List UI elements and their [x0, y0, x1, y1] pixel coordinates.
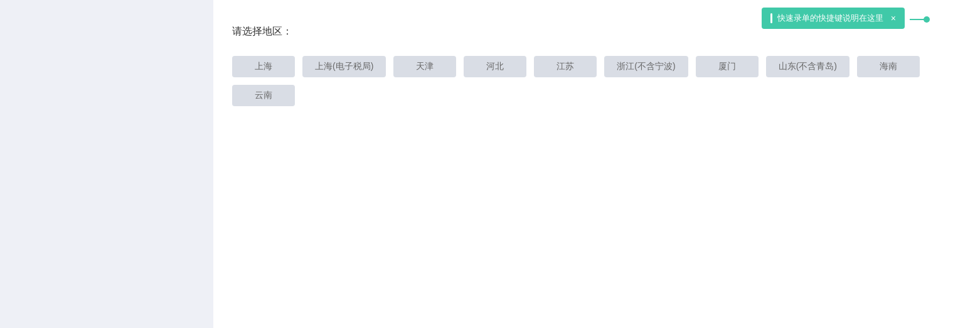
region-button-shanghai-etax[interactable]: 上海(电子税局)	[302, 56, 386, 77]
region-button-shandong[interactable]: 山东(不含青岛)	[766, 56, 850, 77]
tooltip-close-button[interactable]: ×	[891, 14, 896, 23]
left-sidebar	[0, 0, 213, 328]
region-button-yunnan[interactable]: 云南	[232, 85, 295, 106]
main-content: 请选择地区： 上海上海(电子税局)天津河北江苏浙江(不含宁波)厦门山东(不含青岛…	[213, 0, 980, 328]
tooltip-accent-bar	[770, 13, 772, 23]
region-button-jiangsu[interactable]: 江苏	[534, 56, 597, 77]
region-button-hebei[interactable]: 河北	[464, 56, 526, 77]
region-button-tianjin[interactable]: 天津	[393, 56, 456, 77]
tooltip-text: 快速录单的快捷键说明在这里	[777, 13, 883, 24]
tooltip-connector-dot	[924, 16, 930, 23]
tooltip-banner: 快速录单的快捷键说明在这里 ×	[762, 8, 905, 29]
region-button-hainan[interactable]: 海南	[857, 56, 920, 77]
region-button-xiamen[interactable]: 厦门	[696, 56, 759, 77]
region-button-group: 上海上海(电子税局)天津河北江苏浙江(不含宁波)厦门山东(不含青岛)海南云南	[232, 56, 961, 106]
region-button-zhejiang[interactable]: 浙江(不含宁波)	[604, 56, 688, 77]
region-button-shanghai[interactable]: 上海	[232, 56, 295, 77]
